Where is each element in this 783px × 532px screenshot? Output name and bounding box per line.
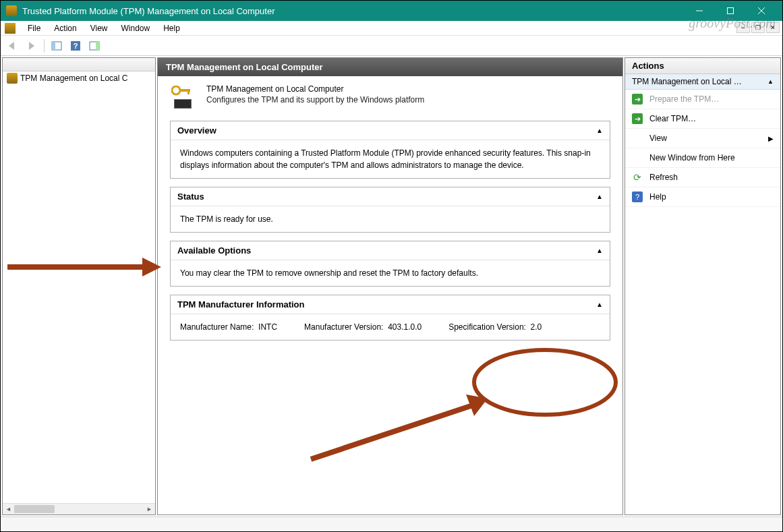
title-bar: Trusted Platform Module (TPM) Management… [1, 1, 782, 21]
tree-horizontal-scrollbar[interactable]: ◄ ► [3, 503, 155, 514]
action-label: New Window from Here [649, 153, 735, 162]
svg-rect-5 [52, 42, 55, 50]
manufacturer-panel: TPM Manufacturer Information ▲ Manufactu… [170, 295, 610, 341]
action-label: Help [649, 192, 666, 202]
options-title: Available Options [177, 245, 251, 256]
tpm-key-icon [170, 84, 197, 111]
action-prepare-tpm[interactable]: ➔ Prepare the TPM… [625, 90, 780, 109]
action-label: Clear TPM… [649, 114, 696, 123]
actions-context-header[interactable]: TPM Management on Local … ▲ [625, 74, 780, 90]
blank-icon [632, 152, 643, 163]
options-panel-header[interactable]: Available Options ▲ [171, 241, 610, 260]
action-label: Prepare the TPM… [649, 94, 719, 104]
status-panel: Status ▲ The TPM is ready for use. [170, 187, 610, 233]
tree-item-label: TPM Management on Local C [20, 73, 127, 83]
forward-button[interactable] [24, 38, 40, 54]
svg-point-10 [172, 86, 180, 94]
menu-action[interactable]: Action [47, 22, 83, 34]
spec-version-value: 2.0 [531, 322, 542, 332]
submenu-arrow-icon: ▶ [768, 135, 774, 142]
mdi-restore-button[interactable]: ❐ [751, 22, 765, 33]
status-body: The TPM is ready for use. [171, 206, 610, 232]
mfr-version-label: Manufacturer Version: [304, 322, 383, 332]
window-title: Trusted Platform Module (TPM) Management… [22, 6, 684, 16]
svg-rect-9 [96, 42, 99, 50]
mdi-close-button[interactable]: ✕ [766, 22, 780, 33]
action-refresh[interactable]: ⟳ Refresh [625, 168, 780, 187]
overview-body: Windows computers containing a Trusted P… [171, 140, 610, 178]
show-hide-action-button[interactable] [86, 38, 103, 54]
status-bar [1, 516, 782, 531]
arrow-right-icon: ➔ [632, 94, 643, 105]
scroll-right-arrow[interactable]: ► [144, 504, 155, 514]
mmc-icon [5, 23, 16, 34]
menu-window[interactable]: Window [115, 22, 157, 34]
overview-panel-header[interactable]: Overview ▲ [171, 121, 610, 140]
actions-pane: Actions TPM Management on Local … ▲ ➔ Pr… [625, 57, 781, 515]
intro-title: TPM Management on Local Computer [206, 84, 424, 94]
collapse-icon: ▲ [596, 301, 603, 308]
menu-help[interactable]: Help [156, 22, 187, 34]
svg-rect-12 [187, 89, 190, 94]
overview-title: Overview [177, 125, 216, 136]
tree-item-tpm[interactable]: TPM Management on Local C [3, 71, 155, 85]
status-title: Status [177, 191, 204, 202]
minimize-button[interactable] [684, 1, 715, 21]
manufacturer-panel-header[interactable]: TPM Manufacturer Information ▲ [171, 295, 610, 314]
app-icon [6, 5, 17, 16]
manufacturer-title: TPM Manufacturer Information [177, 299, 305, 309]
arrow-right-icon: ➔ [632, 113, 643, 124]
tpm-icon [7, 73, 18, 84]
action-new-window[interactable]: New Window from Here [625, 148, 780, 168]
details-header: TPM Management on Local Computer [158, 58, 622, 76]
status-panel-header[interactable]: Status ▲ [171, 187, 610, 206]
scroll-thumb[interactable] [14, 505, 55, 513]
back-button[interactable] [5, 38, 21, 54]
action-clear-tpm[interactable]: ➔ Clear TPM… [625, 109, 780, 129]
tree-pane: TPM Management on Local C ◄ ► [2, 57, 156, 515]
action-view[interactable]: View ▶ [625, 129, 780, 148]
mfr-name-value: INTC [258, 322, 277, 332]
overview-panel: Overview ▲ Windows computers containing … [170, 121, 610, 179]
options-body: You may clear the TPM to remove ownershi… [171, 260, 610, 286]
show-hide-tree-button[interactable] [49, 38, 65, 54]
blank-icon [632, 133, 643, 144]
options-panel: Available Options ▲ You may clear the TP… [170, 241, 610, 287]
tree-header [3, 58, 155, 71]
collapse-icon: ▲ [767, 78, 774, 85]
collapse-icon: ▲ [596, 247, 603, 254]
intro-description: Configures the TPM and its support by th… [206, 95, 424, 105]
actions-subtitle: TPM Management on Local … [632, 77, 742, 86]
details-pane: TPM Management on Local Computer TPM Man… [157, 57, 623, 515]
menu-view[interactable]: View [84, 22, 115, 34]
help-icon: ? [632, 191, 643, 202]
action-help[interactable]: ? Help [625, 187, 780, 207]
action-label: View [649, 134, 667, 143]
actions-title: Actions [625, 58, 780, 74]
maximize-button[interactable] [715, 1, 746, 21]
collapse-icon: ▲ [596, 127, 603, 134]
close-button[interactable] [746, 1, 777, 21]
menu-file[interactable]: File [21, 22, 47, 34]
scroll-left-arrow[interactable]: ◄ [3, 504, 14, 514]
mdi-minimize-button[interactable]: – [736, 22, 750, 33]
collapse-icon: ▲ [596, 193, 603, 200]
refresh-icon: ⟳ [632, 172, 643, 183]
help-button[interactable]: ? [67, 38, 84, 54]
toolbar-separator [44, 39, 45, 53]
spec-version-label: Specification Version: [448, 322, 526, 332]
mfr-version-value: 403.1.0.0 [388, 322, 422, 332]
svg-rect-1 [728, 8, 734, 14]
mfr-name-label: Manufacturer Name: [180, 322, 254, 332]
action-label: Refresh [649, 173, 678, 182]
svg-text:?: ? [74, 42, 78, 50]
menu-bar: File Action View Window Help – ❐ ✕ [1, 21, 782, 36]
toolbar: ? [1, 36, 782, 56]
